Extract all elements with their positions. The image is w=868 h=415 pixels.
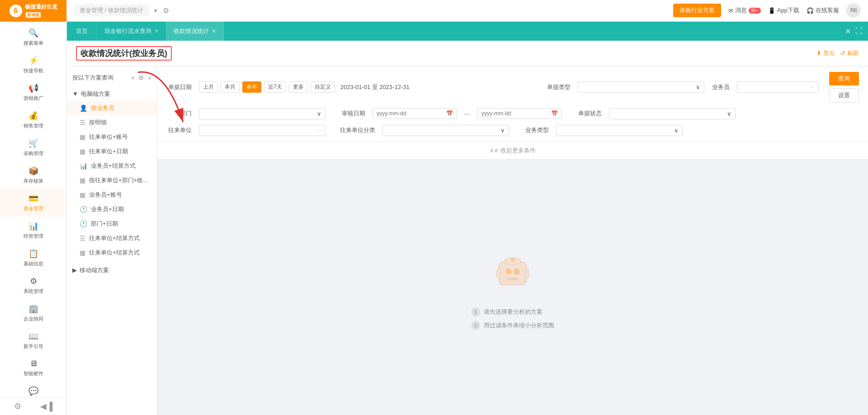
sidebar-item-basic[interactable]: 📋基础信息 xyxy=(0,244,66,272)
dropdown-arrow-icon[interactable]: ▾ xyxy=(154,7,157,14)
voucher-status-select[interactable]: ∨ xyxy=(609,108,736,119)
app-download-action[interactable]: 📱 App下载 xyxy=(768,6,799,14)
home-tab-label: 首页 xyxy=(76,27,88,35)
close-tab-btn[interactable]: ✕ xyxy=(845,27,851,35)
sidebar-item-sales[interactable]: 💰销售管理 xyxy=(0,106,66,134)
svg-point-7 xyxy=(511,258,514,262)
collapse-panel-icon[interactable]: « xyxy=(148,74,151,81)
maximize-tab-btn[interactable]: ⛶ xyxy=(855,27,863,35)
scheme-label: 往来单位+账号 xyxy=(89,133,128,141)
scheme-by-detail[interactable]: ☰ 按明细 xyxy=(67,115,157,130)
last7-btn[interactable]: 近7天 xyxy=(264,81,286,93)
tab-collection[interactable]: 收款情况统计 ✕ xyxy=(166,22,224,41)
logo-icon: 6 xyxy=(9,5,22,17)
scheme-by-staff[interactable]: 👤 按业务员 xyxy=(67,101,157,115)
sidebar-item-marketing[interactable]: 📢营销推广 xyxy=(0,79,66,106)
review-date-from-input[interactable] xyxy=(377,110,444,117)
sidebar-item-search[interactable]: 🔍搜索菜单 xyxy=(0,24,66,51)
sidebar-item-purchase[interactable]: 🛒采购管理 xyxy=(0,134,66,161)
desktop-scheme-header[interactable]: ▼ 电脑端方案 xyxy=(67,87,157,101)
dept-label: 部门 xyxy=(166,109,192,118)
list-icon: ☰ xyxy=(80,235,85,242)
sidebar-item-finance[interactable]: 💳资金管理 xyxy=(0,189,66,217)
tab-bank[interactable]: 现金银行流水查询 ✕ xyxy=(97,22,166,41)
this-month-btn[interactable]: 本月 xyxy=(221,81,240,93)
operation-icon: 📊 xyxy=(28,221,38,231)
empty-state: 1 请先选择要分析的方案 2 用过滤条件来缩小分析范围 xyxy=(157,160,868,415)
chevron-down-icon2: ∨ xyxy=(317,110,321,117)
headset-icon: 🎧 xyxy=(807,7,814,14)
this-year-btn[interactable]: 本年 xyxy=(242,81,261,93)
staff-select[interactable]: ··· xyxy=(737,81,818,93)
dept-select[interactable]: ∨ xyxy=(199,108,326,119)
quick_nav-icon: ⚡ xyxy=(28,56,38,66)
marketing-icon: 📢 xyxy=(28,83,38,93)
date-range-display: 2023-01-01 至 2023-12-31 xyxy=(340,83,410,91)
tab-bar: 首页 现金银行流水查询 ✕ 收款情况统计 ✕ ✕ ⛶ xyxy=(67,22,868,41)
settings-icon[interactable]: ⚙ xyxy=(14,401,21,411)
sidebar-item-operation[interactable]: 📊经营管理 xyxy=(0,217,66,244)
panel-header-actions: + ⚙ « xyxy=(131,74,151,81)
scheme-dept-date[interactable]: 🕐 部门+日期 xyxy=(67,217,157,231)
chevron-down-icon5: ∨ xyxy=(674,127,679,134)
scheme-unit-account[interactable]: ▦ 往来单位+账号 xyxy=(67,130,157,144)
business-type-select[interactable]: ∨ xyxy=(556,125,683,136)
sidebar-item-enterprise[interactable]: 🏢企业协同 xyxy=(0,299,66,327)
review-date-from[interactable]: 📅 xyxy=(373,108,457,119)
counterpart-class-select[interactable]: ∨ xyxy=(382,125,509,136)
app-name: 畅捷通好生意 xyxy=(25,4,57,11)
export-button[interactable]: ⬆ 导出 xyxy=(816,49,835,57)
scheme-unit-settle1[interactable]: ☰ 往来单位+结算方式 xyxy=(67,231,157,245)
scheme-unit-date[interactable]: ▦ 往来单位+日期 xyxy=(67,144,157,159)
scheme-staff-account[interactable]: ▦ 业务员+账号 xyxy=(67,188,157,202)
custom-btn[interactable]: 自定义 xyxy=(311,81,335,93)
sidebar-item-guide[interactable]: 📖新手引导 xyxy=(0,327,66,354)
sidebar-item-inventory[interactable]: 📦库存核算 xyxy=(0,161,66,189)
refresh-button[interactable]: ↺ 刷新 xyxy=(840,49,859,57)
messages-action[interactable]: ✉ 消息 99+ xyxy=(728,6,761,14)
empty-tip-2: 2 用过滤条件来缩小分析范围 xyxy=(471,321,554,330)
tab-home[interactable]: 首页 xyxy=(67,22,97,41)
sidebar-item-quick_nav[interactable]: ⚡快捷导航 xyxy=(0,51,66,79)
scheme-unit-dept[interactable]: ▦ 按往来单位+部门+收... xyxy=(67,173,157,188)
trial-button[interactable]: 体验行业方案 xyxy=(673,4,721,17)
chart-icon: 📊 xyxy=(80,162,87,170)
sidebar-item-system[interactable]: ⚙系统管理 xyxy=(0,272,66,299)
sidebar-item-wechat[interactable]: 💬企业微信 xyxy=(0,382,66,397)
inventory-icon: 📦 xyxy=(28,166,38,176)
more-options-icon2[interactable]: ··· xyxy=(316,127,321,134)
online-service-action[interactable]: 🎧 在线客服 xyxy=(807,6,839,14)
close-bank-tab-icon[interactable]: ✕ xyxy=(154,28,159,34)
last-month-btn[interactable]: 上月 xyxy=(199,81,218,93)
sidebar-nav: 🔍搜索菜单⚡快捷导航📢营销推广💰销售管理🛒采购管理📦库存核算💳资金管理📊经营管理… xyxy=(0,22,66,397)
date-dash: — xyxy=(464,110,470,117)
query-button[interactable]: 查询 xyxy=(829,72,859,85)
settings-icon[interactable]: ⚙ xyxy=(163,6,169,15)
review-date-to[interactable]: 📅 xyxy=(477,108,562,119)
counterpart-select[interactable]: ··· xyxy=(199,125,326,136)
calendar-icon2: 📅 xyxy=(551,110,558,117)
page-header-actions: ⬆ 导出 ↺ 刷新 xyxy=(816,49,859,57)
scheme-label: 按业务员 xyxy=(91,104,114,112)
enterprise-icon: 🏢 xyxy=(28,304,38,314)
scheme-label: 往来单位+结算方式 xyxy=(89,234,140,242)
settings-button[interactable]: 设置 xyxy=(829,88,859,103)
mobile-scheme-header[interactable]: ▶ 移动端方案 xyxy=(67,264,157,277)
user-avatar[interactable]: Rit xyxy=(846,3,861,18)
sidebar-item-hardware[interactable]: 🖥智能硬件 xyxy=(0,354,66,382)
voucher-type-select[interactable]: ∨ xyxy=(578,81,704,93)
review-date-to-input[interactable] xyxy=(481,110,549,117)
scheme-settings-icon[interactable]: ⚙ xyxy=(138,74,144,81)
scheme-staff-settle[interactable]: 📊 业务员+结算方式 xyxy=(67,159,157,173)
scheme-staff-date[interactable]: 🕐 业务员+日期 xyxy=(67,202,157,217)
add-scheme-icon[interactable]: + xyxy=(131,74,135,81)
more-options-icon[interactable]: ··· xyxy=(809,84,814,90)
svg-rect-0 xyxy=(499,262,526,285)
collapse-sidebar-icon[interactable]: ◀▐ xyxy=(40,401,52,411)
collapse-bar[interactable]: ∧∧ 收起更多条件 xyxy=(157,142,868,160)
grid-icon: ☰ xyxy=(80,119,85,126)
close-collection-tab-icon[interactable]: ✕ xyxy=(212,28,216,34)
filter-row-3: 往来单位 ··· 往来单位分类 ∨ 业务类型 ∨ xyxy=(166,125,859,136)
scheme-unit-settle2[interactable]: ▦ 往来单位+结算方式 xyxy=(67,245,157,260)
more-btn[interactable]: 更多 xyxy=(289,81,308,93)
